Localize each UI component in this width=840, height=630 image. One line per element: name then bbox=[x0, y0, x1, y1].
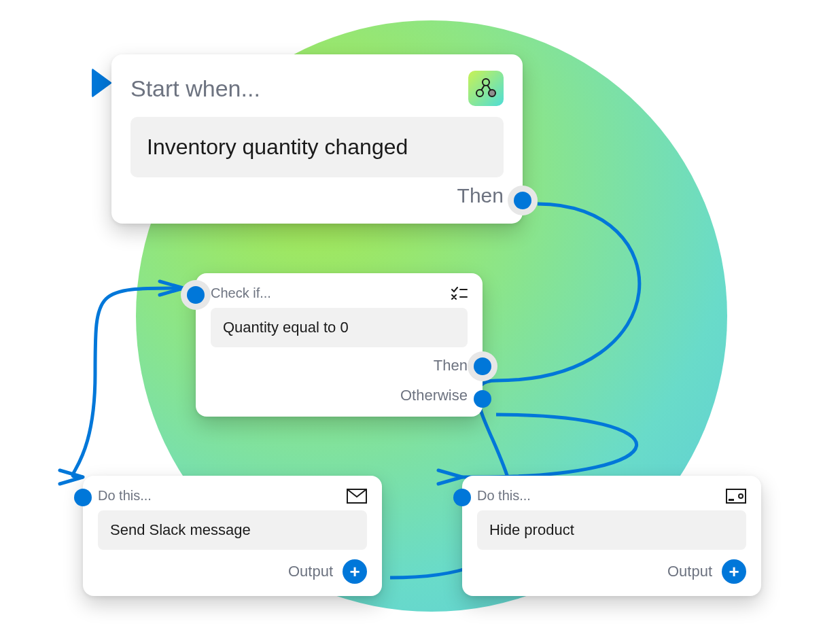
condition-otherwise-label: Otherwise bbox=[400, 387, 468, 404]
start-arrow-icon bbox=[92, 68, 112, 98]
condition-otherwise-port[interactable] bbox=[468, 384, 497, 414]
slack-input-port[interactable] bbox=[68, 483, 98, 512]
svg-point-0 bbox=[483, 79, 489, 86]
svg-point-1 bbox=[476, 90, 483, 97]
condition-then-label: Then bbox=[434, 357, 468, 374]
hide-output-label: Output bbox=[667, 563, 712, 580]
slack-action-header: Do this... bbox=[98, 488, 152, 504]
condition-then-port[interactable] bbox=[468, 351, 497, 381]
checklist-icon bbox=[451, 287, 468, 300]
svg-line-3 bbox=[481, 85, 485, 90]
trigger-card[interactable]: Start when... Inventory quantity changed… bbox=[111, 54, 523, 224]
flow-app-icon bbox=[468, 71, 504, 106]
condition-header: Check if... bbox=[211, 285, 271, 301]
trigger-then-label: Then bbox=[457, 184, 504, 207]
condition-rule-pill[interactable]: Quantity equal to 0 bbox=[211, 308, 468, 347]
slack-task-pill[interactable]: Send Slack message bbox=[98, 510, 367, 550]
hide-action-card[interactable]: Do this... Hide product Output + bbox=[462, 476, 761, 596]
svg-point-2 bbox=[489, 90, 495, 97]
svg-point-9 bbox=[739, 494, 743, 498]
hide-task-pill[interactable]: Hide product bbox=[477, 510, 746, 550]
product-icon bbox=[726, 489, 746, 504]
trigger-header: Start when... bbox=[130, 75, 260, 102]
trigger-event-pill[interactable]: Inventory quantity changed bbox=[130, 117, 504, 177]
hide-add-output-button[interactable]: + bbox=[722, 559, 746, 584]
envelope-icon bbox=[347, 489, 367, 504]
slack-action-card[interactable]: Do this... Send Slack message Output + bbox=[83, 476, 382, 596]
svg-rect-10 bbox=[729, 499, 734, 501]
condition-input-port[interactable] bbox=[181, 280, 211, 310]
slack-add-output-button[interactable]: + bbox=[343, 559, 367, 584]
hide-action-header: Do this... bbox=[477, 488, 531, 504]
svg-line-4 bbox=[487, 85, 491, 90]
hide-input-port[interactable] bbox=[447, 483, 477, 512]
condition-card[interactable]: Check if... Quantity equal to 0 Then Oth… bbox=[196, 273, 483, 417]
trigger-then-port[interactable] bbox=[508, 186, 538, 215]
slack-output-label: Output bbox=[288, 563, 333, 580]
